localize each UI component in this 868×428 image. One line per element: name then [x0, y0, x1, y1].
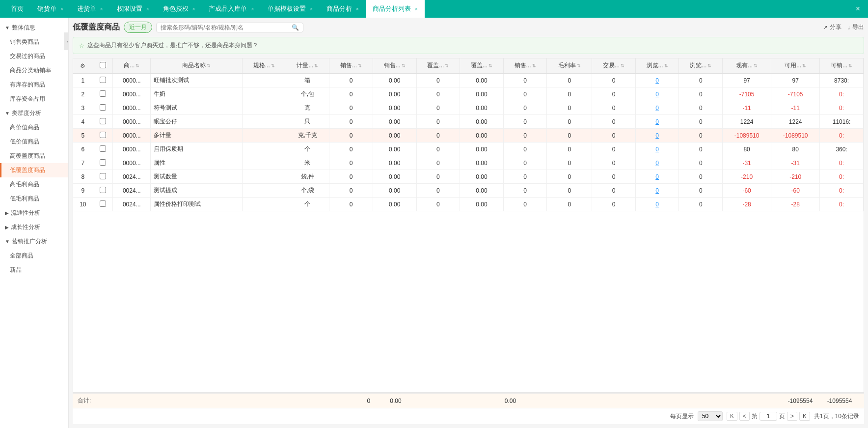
search-icon: 🔍 — [292, 24, 299, 31]
col-gross-margin[interactable]: 毛利率⇅ — [547, 58, 592, 73]
row-sales-count: 0 — [329, 184, 373, 198]
page-prev-btn[interactable]: < — [739, 412, 750, 421]
row-browse1[interactable]: 0 — [635, 143, 679, 156]
nav-tab-purchase-close[interactable]: × — [100, 6, 103, 12]
nav-tab-sales-close[interactable]: × — [60, 6, 63, 12]
row-browse1[interactable]: 0 — [635, 184, 679, 198]
col-sales-amount[interactable]: 销售...⇅ — [373, 58, 416, 73]
nav-tab-product[interactable]: 产成品入库单 × — [202, 0, 261, 18]
nav-tab-analysis-list-close[interactable]: × — [415, 6, 418, 12]
nav-tab-purchase[interactable]: 进货单 × — [70, 0, 110, 18]
sidebar-section-growth[interactable]: ▶ 成长性分析 — [0, 220, 68, 234]
nav-tab-role[interactable]: 角色授权 × — [156, 0, 202, 18]
row-sales-amount: 0.00 — [373, 115, 416, 129]
row-browse1[interactable]: 0 — [635, 198, 679, 211]
col-browse2[interactable]: 浏览...⇅ — [679, 58, 723, 73]
col-code[interactable]: 商...⇅ — [113, 58, 151, 73]
page-number-input[interactable] — [760, 412, 777, 421]
col-available-stock[interactable]: 可用...⇅ — [771, 58, 820, 73]
per-page-select[interactable]: 50 20 100 200 — [698, 411, 723, 421]
nav-tab-analysis[interactable]: 商品分析 × — [320, 0, 366, 18]
nav-tab-permission[interactable]: 权限设置 × — [110, 0, 156, 18]
nav-tab-analysis-list[interactable]: 商品分析列表 × — [366, 0, 425, 18]
page-last-btn[interactable]: K — [799, 412, 810, 421]
page-first-btn[interactable]: K — [727, 412, 737, 421]
row-spec — [242, 129, 286, 143]
sidebar-item-low-profit[interactable]: 低毛利商品 — [0, 192, 68, 206]
search-input[interactable] — [161, 24, 292, 31]
export-btn[interactable]: ↓ 导出 — [847, 23, 864, 31]
sidebar-item-new-goods[interactable]: 新品 — [0, 263, 68, 277]
col-sales3[interactable]: 销售...⇅ — [503, 58, 547, 73]
sidebar-section-growth-label: 成长性分析 — [11, 223, 40, 231]
share-btn[interactable]: ↗ 分享 — [823, 23, 841, 31]
col-trade[interactable]: 交易...⇅ — [592, 58, 636, 73]
nav-tab-sales[interactable]: 销货单 × — [30, 0, 70, 18]
col-coverage1[interactable]: 覆盖...⇅ — [416, 58, 460, 73]
col-saleable[interactable]: 可销...⇅ — [820, 58, 864, 73]
col-checkbox[interactable] — [93, 58, 112, 73]
row-spec — [242, 87, 286, 101]
col-name[interactable]: 商品名称⇅ — [151, 58, 243, 73]
sidebar-collapse-btn[interactable]: « — [64, 32, 69, 50]
close-all-tabs[interactable]: × — [852, 4, 864, 13]
row-browse1[interactable]: 0 — [635, 156, 679, 170]
row-checkbox[interactable] — [93, 184, 112, 198]
nav-tab-analysis-close[interactable]: × — [356, 6, 359, 12]
row-gross-margin: 0 — [547, 101, 592, 115]
sidebar-section-flow[interactable]: ▶ 流通性分析 — [0, 206, 68, 220]
nav-tab-template[interactable]: 单据模板设置 × — [261, 0, 320, 18]
sidebar-item-high-profit[interactable]: 高毛利商品 — [0, 177, 68, 192]
col-browse1[interactable]: 浏览...⇅ — [635, 58, 679, 73]
sidebar-item-sales-goods[interactable]: 销售类商品 — [0, 35, 68, 49]
sidebar-item-stock-goods[interactable]: 有库存的商品 — [0, 78, 68, 92]
sidebar-item-high-value[interactable]: 高价值商品 — [0, 120, 68, 135]
sidebar-item-low-coverage[interactable]: 低覆盖度商品 — [0, 163, 68, 177]
sidebar-section-overall[interactable]: ▼ 整体信息 — [0, 21, 68, 35]
page-next-btn[interactable]: > — [787, 412, 797, 421]
row-name: 旺铺批次测试 — [151, 73, 243, 87]
sidebar-item-category-rate[interactable]: 商品分类动销率 — [0, 63, 68, 78]
nav-tab-permission-close[interactable]: × — [146, 6, 149, 12]
row-browse1[interactable]: 0 — [635, 73, 679, 87]
nav-tab-home[interactable]: 首页 — [4, 0, 30, 18]
row-gross-margin: 0 — [547, 73, 592, 87]
row-code: 0024... — [113, 170, 151, 184]
row-checkbox[interactable] — [93, 129, 112, 143]
sidebar-section-overall-label: 整体信息 — [12, 24, 35, 32]
row-browse1[interactable]: 0 — [635, 101, 679, 115]
row-checkbox[interactable] — [93, 170, 112, 184]
row-checkbox[interactable] — [93, 143, 112, 156]
row-browse1[interactable]: 0 — [635, 115, 679, 129]
nav-tab-template-close[interactable]: × — [310, 6, 313, 12]
row-checkbox[interactable] — [93, 156, 112, 170]
sidebar-item-low-value[interactable]: 低价值商品 — [0, 135, 68, 149]
nav-tab-product-close[interactable]: × — [251, 6, 254, 12]
row-checkbox[interactable] — [93, 87, 112, 101]
col-current-stock[interactable]: 现有...⇅ — [723, 58, 771, 73]
col-coverage2[interactable]: 覆盖...⇅ — [460, 58, 504, 73]
per-page-label: 每页显示 — [670, 412, 694, 421]
row-checkbox[interactable] — [93, 101, 112, 115]
sidebar-item-all-goods[interactable]: 全部商品 — [0, 249, 68, 263]
select-all-checkbox[interactable] — [100, 62, 106, 68]
sidebar-item-stock-capital[interactable]: 库存资金占用 — [0, 92, 68, 106]
col-settings[interactable]: ⚙ — [73, 58, 93, 73]
row-checkbox[interactable] — [93, 198, 112, 211]
sidebar-section-cluster[interactable]: ▼ 类群度分析 — [0, 106, 68, 120]
sidebar-item-high-coverage[interactable]: 高覆盖度商品 — [0, 149, 68, 163]
sidebar-item-traded-goods[interactable]: 交易过的商品 — [0, 49, 68, 63]
row-browse1[interactable]: 0 — [635, 170, 679, 184]
nav-tab-role-close[interactable]: × — [192, 6, 195, 12]
row-browse1[interactable]: 0 — [635, 129, 679, 143]
row-checkbox[interactable] — [93, 73, 112, 87]
col-spec[interactable]: 规格...⇅ — [242, 58, 286, 73]
col-unit[interactable]: 计量...⇅ — [286, 58, 329, 73]
row-browse1[interactable]: 0 — [635, 87, 679, 101]
filter-period-btn[interactable]: 近一月 — [124, 22, 152, 33]
nav-tab-analysis-list-label: 商品分析列表 — [373, 4, 411, 13]
sidebar-section-marketing[interactable]: ▼ 营销推广分析 — [0, 234, 68, 249]
row-current-stock: -1089510 — [723, 129, 771, 143]
row-checkbox[interactable] — [93, 115, 112, 129]
col-sales-count[interactable]: 销售...⇅ — [329, 58, 373, 73]
